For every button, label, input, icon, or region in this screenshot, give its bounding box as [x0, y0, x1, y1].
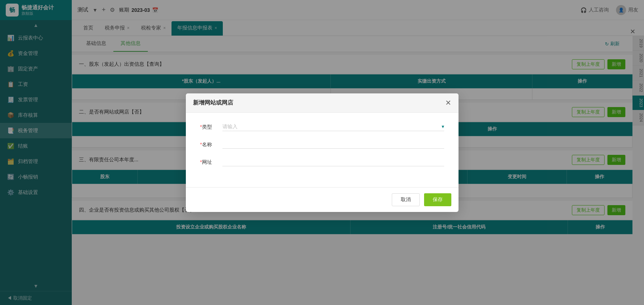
- cancel-button[interactable]: 取消: [392, 193, 420, 206]
- type-input[interactable]: [222, 124, 442, 129]
- form-row-type: *类型 ▾: [200, 124, 444, 131]
- name-input[interactable]: [222, 141, 444, 147]
- form-row-name: *名称: [200, 141, 444, 149]
- field-type-label: *类型: [200, 124, 218, 130]
- modal-close-button[interactable]: ✕: [445, 99, 451, 106]
- modal-title: 新增网站或网店: [193, 99, 233, 107]
- url-input-wrap: [222, 159, 444, 166]
- field-name-label: *名称: [200, 142, 218, 148]
- field-url-label: *网址: [200, 159, 218, 166]
- modal-add-website: 新增网站或网店 ✕ *类型 ▾ *名称: [186, 93, 459, 212]
- save-button[interactable]: 保存: [424, 193, 451, 206]
- modal-overlay: 新增网站或网店 ✕ *类型 ▾ *名称: [0, 0, 644, 305]
- type-input-wrap: ▾: [222, 124, 444, 131]
- name-input-wrap: [222, 141, 444, 149]
- modal-header: 新增网站或网店 ✕: [186, 93, 459, 113]
- url-input[interactable]: [222, 159, 444, 165]
- modal-footer: 取消 保存: [186, 187, 459, 212]
- dropdown-icon[interactable]: ▾: [442, 124, 444, 129]
- modal-body: *类型 ▾ *名称 *网址: [186, 113, 459, 187]
- form-row-url: *网址: [200, 159, 444, 166]
